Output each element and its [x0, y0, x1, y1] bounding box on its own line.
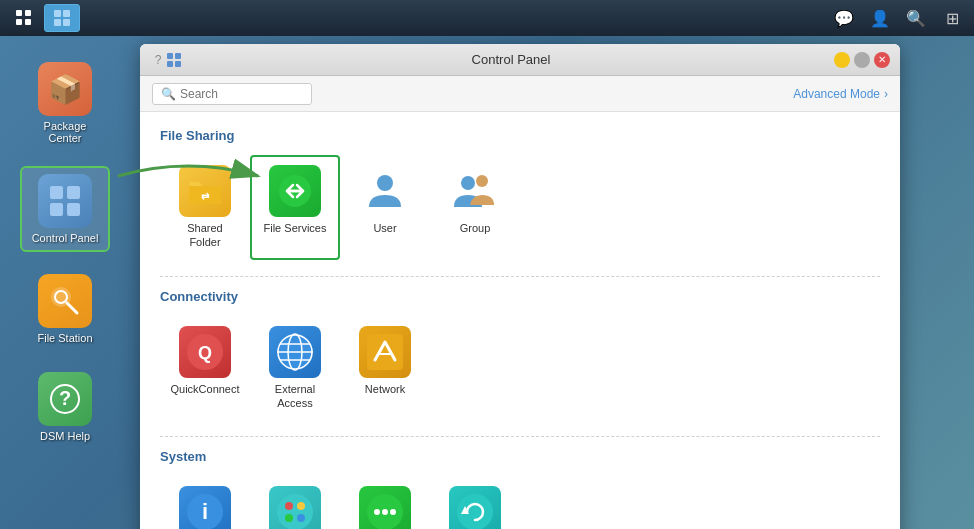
network-icon — [359, 326, 411, 378]
svg-rect-8 — [50, 186, 63, 199]
svg-point-43 — [297, 514, 305, 522]
svg-point-40 — [285, 502, 293, 510]
taskbar: 💬 👤 🔍 ⊞ — [0, 0, 974, 36]
svg-rect-3 — [25, 19, 31, 25]
sidebar-item-package-center[interactable]: Package Center — [20, 56, 110, 150]
user-icon — [359, 165, 411, 217]
user-label: User — [373, 221, 396, 235]
sidebar-item-dsm-help[interactable]: ? DSM Help — [20, 366, 110, 448]
svg-rect-11 — [67, 203, 80, 216]
svg-point-24 — [377, 175, 393, 191]
svg-point-46 — [382, 509, 388, 515]
window-minimize-button[interactable] — [834, 52, 850, 68]
cp-item-file-services[interactable]: File Services — [250, 155, 340, 260]
svg-point-45 — [374, 509, 380, 515]
sidebar-label-control-panel: Control Panel — [32, 232, 99, 244]
sidebar: Package Center Control Panel — [0, 36, 130, 529]
svg-rect-35 — [367, 334, 403, 370]
app-grid-button[interactable] — [8, 4, 40, 32]
svg-point-47 — [390, 509, 396, 515]
cp-item-external-access[interactable]: External Access — [250, 316, 340, 421]
window-close-button[interactable]: ✕ — [874, 52, 890, 68]
sidebar-label-dsm-help: DSM Help — [40, 430, 90, 442]
svg-rect-10 — [50, 203, 63, 216]
window-help-button[interactable]: ? — [150, 52, 166, 68]
external-access-label: External Access — [258, 382, 332, 411]
svg-point-25 — [461, 176, 475, 190]
cp-item-user[interactable]: User — [340, 155, 430, 260]
notification-icon — [359, 486, 411, 529]
section-title-system: System — [160, 449, 880, 464]
cp-item-info-center[interactable]: i Info Center — [160, 476, 250, 529]
package-center-icon — [38, 62, 92, 116]
group-label: Group — [460, 221, 491, 235]
taskbar-cp-button[interactable] — [44, 4, 80, 32]
sidebar-item-file-station[interactable]: File Station — [20, 268, 110, 350]
search-taskbar-icon[interactable]: 🔍 — [902, 4, 930, 32]
desktop: Package Center Control Panel — [0, 36, 974, 529]
sidebar-label-package-center: Package Center — [28, 120, 102, 144]
window-toolbar: 🔍 Advanced Mode › — [140, 76, 900, 112]
connectivity-grid: Q QuickConnect — [160, 316, 880, 421]
svg-rect-5 — [63, 10, 70, 17]
advanced-mode-label: Advanced Mode — [793, 87, 880, 101]
control-panel-window: ? Control Panel ✕ 🔍 Advanced Mode — [140, 44, 900, 529]
svg-point-41 — [297, 502, 305, 510]
section-title-file-sharing: File Sharing — [160, 128, 880, 143]
group-icon — [449, 165, 501, 217]
divider-system — [160, 436, 880, 437]
sidebar-label-file-station: File Station — [37, 332, 92, 344]
apps-icon[interactable]: ⊞ — [938, 4, 966, 32]
file-sharing-grid: ⇄ SharedFolder File Services — [160, 155, 880, 260]
svg-text:⇄: ⇄ — [201, 191, 210, 202]
svg-rect-18 — [167, 53, 173, 59]
window-title: Control Panel — [188, 52, 834, 67]
window-controls-left: ? — [150, 52, 166, 68]
window-maximize-button[interactable] — [854, 52, 870, 68]
svg-rect-19 — [175, 53, 181, 59]
dsm-help-icon: ? — [38, 372, 92, 426]
shared-folder-icon: ⇄ — [179, 165, 231, 217]
svg-line-14 — [67, 303, 77, 313]
window-title-icon — [166, 52, 182, 68]
divider-connectivity — [160, 276, 880, 277]
cp-item-notification[interactable]: Notification — [340, 476, 430, 529]
update-restore-icon — [449, 486, 501, 529]
svg-rect-7 — [63, 19, 70, 26]
file-services-icon — [269, 165, 321, 217]
svg-text:i: i — [202, 499, 208, 524]
network-label: Network — [365, 382, 405, 396]
theme-icon — [269, 486, 321, 529]
search-input[interactable] — [180, 87, 300, 101]
svg-rect-0 — [16, 10, 22, 16]
quickconnect-label: QuickConnect — [170, 382, 239, 396]
window-content: File Sharing ⇄ SharedFolder — [140, 112, 900, 529]
system-grid: i Info Center — [160, 476, 880, 529]
shared-folder-label: SharedFolder — [187, 221, 222, 250]
cp-item-network[interactable]: Network — [340, 316, 430, 421]
file-services-label: File Services — [264, 221, 327, 235]
quickconnect-icon: Q — [179, 326, 231, 378]
cp-item-theme[interactable]: Theme — [250, 476, 340, 529]
search-box[interactable]: 🔍 — [152, 83, 312, 105]
svg-point-42 — [285, 514, 293, 522]
section-title-connectivity: Connectivity — [160, 289, 880, 304]
window-titlebar: ? Control Panel ✕ — [140, 44, 900, 76]
cp-item-shared-folder[interactable]: ⇄ SharedFolder — [160, 155, 250, 260]
file-station-icon — [38, 274, 92, 328]
cp-item-update-restore[interactable]: Update &Restore — [430, 476, 520, 529]
chat-icon[interactable]: 💬 — [830, 4, 858, 32]
info-center-icon: i — [179, 486, 231, 529]
advanced-mode-button[interactable]: Advanced Mode › — [793, 87, 888, 101]
cp-item-group[interactable]: Group — [430, 155, 520, 260]
svg-text:Q: Q — [198, 343, 212, 363]
external-access-icon — [269, 326, 321, 378]
sidebar-item-control-panel[interactable]: Control Panel — [20, 166, 110, 252]
search-icon: 🔍 — [161, 87, 176, 101]
svg-rect-9 — [67, 186, 80, 199]
cp-item-quickconnect[interactable]: Q QuickConnect — [160, 316, 250, 421]
svg-rect-1 — [25, 10, 31, 16]
svg-rect-20 — [167, 61, 173, 67]
svg-point-39 — [277, 494, 313, 529]
user-icon[interactable]: 👤 — [866, 4, 894, 32]
